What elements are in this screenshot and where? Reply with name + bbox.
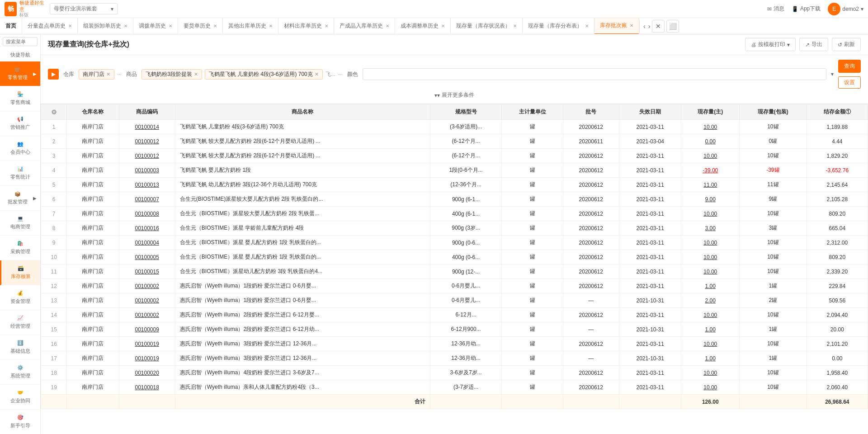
user-menu[interactable]: E demo2 ▾ xyxy=(828,3,863,15)
cell-qty-main[interactable]: 1.00 xyxy=(681,322,740,337)
cell-qty-main[interactable]: 10.00 xyxy=(681,236,740,250)
tab-5[interactable]: 其他出库单历史 ✕ xyxy=(223,18,278,34)
sidebar-item-inventory[interactable]: 🗃️ 库存核算 xyxy=(0,260,40,285)
refresh-btn[interactable]: ↺ 刷新 xyxy=(832,38,861,51)
cell-qty-main[interactable]: 10.00 xyxy=(681,264,740,279)
close-tab-2[interactable]: ✕ xyxy=(124,24,127,28)
settings-btn[interactable]: 设置 xyxy=(838,76,861,89)
cell-qty-main[interactable]: 10.00 xyxy=(681,120,740,134)
product-more-dots[interactable]: ··· xyxy=(338,71,343,77)
cell-qty-main[interactable]: 10.00 xyxy=(681,207,740,221)
sidebar-item-collab[interactable]: 🤝 企业协同 xyxy=(0,385,40,410)
tab-4[interactable]: 要货单历史 ✕ xyxy=(178,18,223,34)
cell-code[interactable]: 00100014 xyxy=(119,120,175,134)
col-gear[interactable]: ⚙ xyxy=(41,104,67,120)
cell-code[interactable]: 00100007 xyxy=(119,192,175,207)
cell-qty-main[interactable]: 9.00 xyxy=(681,192,740,207)
nav-prev-arrow[interactable]: ‹ xyxy=(642,22,646,31)
cell-code[interactable]: 00100009 xyxy=(119,322,175,337)
cell-code[interactable]: 00100012 xyxy=(119,134,175,149)
sidebar-item-finance[interactable]: 💰 资金管理 xyxy=(0,285,40,310)
cell-qty-main[interactable]: 10.00 xyxy=(681,366,740,380)
search-input[interactable] xyxy=(3,37,38,46)
filter-expand-triangle[interactable]: ▶ xyxy=(48,69,59,80)
sidebar-item-guide[interactable]: 🎯 新手引导 xyxy=(0,410,40,434)
cell-code[interactable]: 00100016 xyxy=(119,221,175,236)
tab-8[interactable]: 成本调整单历史 ✕ xyxy=(395,18,451,34)
color-filter-input[interactable] xyxy=(363,68,826,80)
cell-code[interactable]: 00100015 xyxy=(119,264,175,279)
close-tab-10[interactable]: ✕ xyxy=(585,24,589,28)
sidebar-item-system[interactable]: ⚙️ 系统管理 xyxy=(0,360,40,385)
cell-qty-main[interactable]: 10.00 xyxy=(681,308,740,322)
table-container[interactable]: ⚙ 仓库名称 商品编码 商品名称 规格型号 主计量单位 批号 失效日期 现存量(… xyxy=(41,104,868,434)
cell-code[interactable]: 00100004 xyxy=(119,236,175,250)
gear-icon[interactable]: ⚙ xyxy=(51,108,57,116)
nav-maximize-btn[interactable]: ⬜ xyxy=(666,20,679,33)
close-tab-9[interactable]: ✕ xyxy=(513,24,517,28)
cell-code[interactable]: 00100005 xyxy=(119,250,175,264)
cell-qty-main[interactable]: -39.00 xyxy=(681,163,740,178)
cell-code[interactable]: 00100020 xyxy=(119,366,175,380)
close-tab-3[interactable]: ✕ xyxy=(169,24,172,28)
tab-home[interactable]: 首页 xyxy=(0,18,22,34)
cell-qty-main[interactable]: 2.00 xyxy=(681,293,740,308)
cell-code[interactable]: 00100002 xyxy=(119,279,175,293)
tab-10[interactable]: 现存量（库存分布表） ✕ xyxy=(523,18,594,34)
close-tab-4[interactable]: ✕ xyxy=(213,24,217,28)
warehouse-tag-close-1[interactable]: ✕ xyxy=(106,71,110,77)
expand-conditions-btn[interactable]: ▾▾ 展开更多条件 xyxy=(434,91,474,99)
industry-selector[interactable]: 母婴行业演示账套 ▾ xyxy=(50,3,118,14)
product-more[interactable]: 飞... xyxy=(326,71,335,78)
cell-code[interactable]: 00100018 xyxy=(119,380,175,395)
sidebar-item-marketing[interactable]: 📢 营销推广 xyxy=(0,111,40,136)
sidebar-item-member[interactable]: 👥 会员中心 xyxy=(0,136,40,161)
cell-qty-main[interactable]: 10.00 xyxy=(681,149,740,163)
sidebar-item-purchase[interactable]: 🛍️ 采购管理 xyxy=(0,236,40,260)
sidebar-item-wholesale[interactable]: 📦 批发管理 ▶ xyxy=(0,186,40,211)
cell-qty-main[interactable]: 0.00 xyxy=(681,134,740,149)
cell-code[interactable]: 00100019 xyxy=(119,351,175,366)
cell-qty-main[interactable]: 10.00 xyxy=(681,337,740,351)
close-tab-7[interactable]: ✕ xyxy=(386,24,389,28)
messages-btn[interactable]: ✉ 消息 xyxy=(767,5,784,13)
cell-qty-main[interactable]: 11.00 xyxy=(681,178,740,192)
product-tag-close-1[interactable]: ✕ xyxy=(194,71,198,77)
sidebar-item-ecommerce[interactable]: 💻 电商管理 xyxy=(0,211,40,236)
close-tab-8[interactable]: ✕ xyxy=(441,24,445,28)
tab-6[interactable]: 材料出库单历史 ✕ xyxy=(278,18,334,34)
nav-close-all-btn[interactable]: ✕ xyxy=(652,20,665,33)
sidebar-item-retail-mgmt[interactable]: 🛒 零售管理 ▶ xyxy=(0,61,40,86)
cell-qty-main[interactable]: 1.00 xyxy=(681,351,740,366)
app-download-btn[interactable]: 📱 App下载 xyxy=(792,5,821,13)
close-tab-11[interactable]: ✕ xyxy=(630,23,633,28)
tab-2[interactable]: 组装拆卸单历史 ✕ xyxy=(78,18,133,34)
product-tag-close-2[interactable]: ✕ xyxy=(315,71,319,77)
cell-code[interactable]: 00100003 xyxy=(119,163,175,178)
cell-code[interactable]: 00100008 xyxy=(119,207,175,221)
cell-qty-main[interactable]: 3.00 xyxy=(681,221,740,236)
nav-next-arrow[interactable]: › xyxy=(647,22,651,31)
query-btn[interactable]: 查询 xyxy=(838,60,861,73)
close-tab-5[interactable]: ✕ xyxy=(269,24,273,28)
color-dropdown-arrow[interactable]: ▾ xyxy=(831,71,834,77)
cell-code[interactable]: 00100019 xyxy=(119,337,175,351)
warehouse-more[interactable]: ··· xyxy=(117,71,122,77)
sidebar-item-retail-mall[interactable]: 🏪 零售商城 xyxy=(0,86,40,111)
cell-code[interactable]: 00100012 xyxy=(119,149,175,163)
tab-3[interactable]: 调拨单历史 ✕ xyxy=(133,18,178,34)
sidebar-item-quick-nav[interactable]: 快捷导航 xyxy=(0,49,40,61)
sidebar-item-business[interactable]: 📈 经营管理 xyxy=(0,310,40,335)
cell-qty-main[interactable]: 1.00 xyxy=(681,279,740,293)
sidebar-item-retail-stats[interactable]: 📊 零售统计 xyxy=(0,161,40,186)
cell-code[interactable]: 00100002 xyxy=(119,293,175,308)
cell-code[interactable]: 00100002 xyxy=(119,308,175,322)
close-tab-6[interactable]: ✕ xyxy=(325,24,328,28)
tab-7[interactable]: 产成品入库单历史 ✕ xyxy=(334,18,395,34)
cell-code[interactable]: 00100013 xyxy=(119,178,175,192)
tab-11[interactable]: 库存批次账 ✕ xyxy=(594,18,639,34)
sidebar-item-base-info[interactable]: ℹ️ 基础信息 xyxy=(0,335,40,360)
cell-qty-main[interactable]: 10.00 xyxy=(681,250,740,264)
close-tab-1[interactable]: ✕ xyxy=(68,24,72,28)
cell-qty-main[interactable]: 10.00 xyxy=(681,380,740,395)
